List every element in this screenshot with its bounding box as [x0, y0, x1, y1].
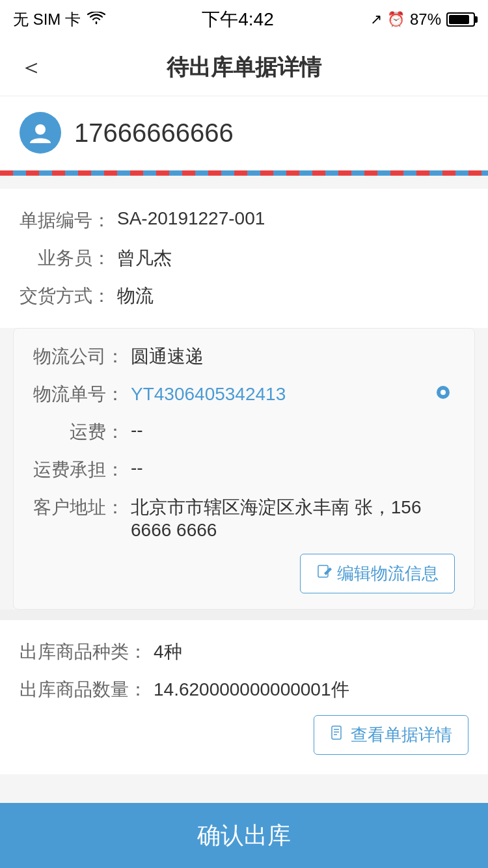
order-number-row: 单据编号： SA-20191227-001: [20, 208, 468, 233]
status-left: 无 SIM 卡: [13, 9, 105, 30]
freight-label: 运费：: [33, 420, 124, 444]
salesperson-label: 业务员：: [20, 246, 111, 271]
status-right: ↗ ⏰ 87%: [370, 10, 475, 29]
dashed-separator: [0, 170, 488, 176]
avatar: [20, 112, 61, 154]
svg-point-2: [441, 390, 446, 395]
delivery-method-row: 交货方式： 物流: [20, 284, 468, 308]
svg-rect-4: [332, 726, 341, 739]
freight-bearer-value: --: [131, 457, 455, 478]
product-types-row: 出库商品种类： 4种: [20, 640, 468, 664]
view-details-label: 查看单据详情: [351, 724, 452, 746]
view-details-btn-row: 查看单据详情: [20, 715, 468, 755]
delivery-method-label: 交货方式：: [20, 284, 111, 308]
logistics-company-value: 圆通速递: [131, 344, 455, 369]
logistics-company-row: 物流公司： 圆通速递: [33, 344, 455, 369]
tracking-number-label: 物流单号：: [33, 382, 124, 407]
map-pin-icon[interactable]: [431, 383, 455, 406]
nav-bar: ＜ 待出库单据详情: [0, 39, 488, 96]
customer-address-row: 客户地址： 北京市市辖区海淀区永丰南 张，156 6666 6666: [33, 495, 455, 541]
product-qty-row: 出库商品数量： 14.620000000000001件: [20, 677, 468, 702]
customer-phone: 17666666666: [74, 118, 234, 148]
battery-percentage: 87%: [410, 10, 441, 29]
confirm-outbound-label: 确认出库: [197, 820, 291, 852]
section-divider: [0, 610, 488, 620]
confirm-outbound-bar[interactable]: 确认出库: [0, 803, 488, 868]
tracking-number-value: YT4306405342413: [131, 384, 421, 405]
edit-logistics-btn-row: 编辑物流信息: [33, 554, 455, 593]
order-number-label: 单据编号：: [20, 208, 111, 233]
order-number-value: SA-20191227-001: [117, 208, 468, 229]
location-status-icon: ↗: [370, 11, 382, 28]
customer-address-label: 客户地址：: [33, 495, 124, 520]
product-types-value: 4种: [154, 640, 468, 664]
freight-row: 运费： --: [33, 420, 455, 444]
edit-icon: [316, 563, 332, 584]
battery-icon: [446, 12, 475, 27]
status-time: 下午4:42: [202, 7, 274, 32]
svg-point-0: [35, 124, 46, 135]
edit-logistics-label: 编辑物流信息: [337, 562, 439, 585]
product-types-label: 出库商品种类：: [20, 640, 147, 664]
document-icon: [330, 725, 346, 745]
freight-bearer-label: 运费承担：: [33, 457, 124, 482]
back-button[interactable]: ＜: [20, 51, 43, 83]
product-qty-value: 14.620000000000001件: [154, 677, 468, 702]
edit-logistics-button[interactable]: 编辑物流信息: [300, 554, 455, 593]
view-details-button[interactable]: 查看单据详情: [314, 715, 468, 755]
salesperson-row: 业务员： 曾凡杰: [20, 246, 468, 271]
product-section: 出库商品种类： 4种 出库商品数量： 14.620000000000001件 查…: [0, 620, 488, 774]
product-qty-label: 出库商品数量：: [20, 677, 147, 702]
wifi-icon: [87, 10, 105, 29]
customer-address-value: 北京市市辖区海淀区永丰南 张，156 6666 6666: [131, 495, 455, 541]
freight-bearer-row: 运费承担： --: [33, 457, 455, 482]
order-info-section: 单据编号： SA-20191227-001 业务员： 曾凡杰 交货方式： 物流: [0, 189, 488, 328]
salesperson-value: 曾凡杰: [117, 246, 468, 271]
delivery-method-value: 物流: [117, 284, 468, 308]
customer-header: 17666666666: [0, 96, 488, 169]
carrier-label: 无 SIM 卡: [13, 9, 81, 30]
tracking-number-row: 物流单号： YT4306405342413: [33, 382, 455, 407]
freight-value: --: [131, 420, 455, 441]
logistics-card: 物流公司： 圆通速递 物流单号： YT4306405342413 运费： -- …: [13, 328, 475, 610]
status-bar: 无 SIM 卡 下午4:42 ↗ ⏰ 87%: [0, 0, 488, 39]
page-title: 待出库单据详情: [167, 53, 321, 83]
logistics-company-label: 物流公司：: [33, 344, 124, 369]
alarm-icon: ⏰: [387, 11, 405, 28]
